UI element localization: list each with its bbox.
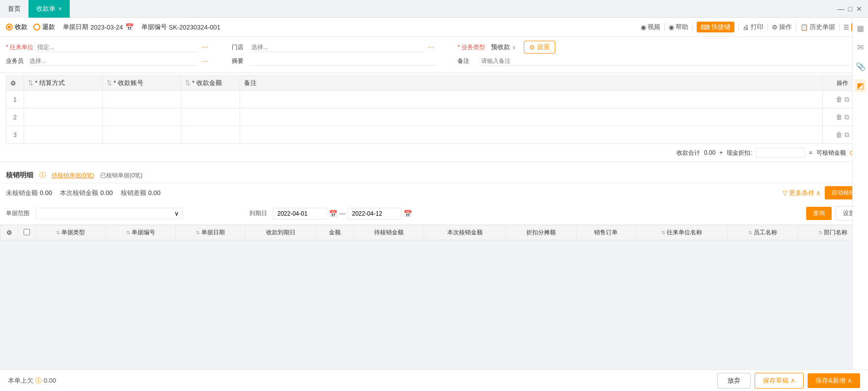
copy-icon-1[interactable]: ⧉ [844,95,849,104]
store-input[interactable] [249,43,424,52]
bottom-header-checkbox[interactable] [18,225,36,240]
sort-icon: ⇅ [56,230,60,235]
operation-button[interactable]: ⚙ 操作 [772,23,792,31]
counterpart-input[interactable] [35,43,198,52]
calendar-to-icon[interactable]: 📅 [404,210,412,218]
chevron-up-icon: ∧ [816,189,821,196]
row-num-2: 2 [6,109,24,126]
summary-input[interactable] [249,56,438,66]
calendar-from-icon[interactable]: 📅 [329,210,337,218]
store-field: 门店 ··· [232,43,438,52]
form-row-2: 业务员 ··· 摘要 备注 [6,56,862,66]
video-button[interactable]: ◉ 视频 [641,23,660,31]
bottom-header-amount: 金额 [316,225,354,240]
date-range: 📅 — 📅 [273,208,412,220]
table-header-settings[interactable]: ⚙ [6,76,24,91]
settlement-cell-3[interactable] [24,126,103,144]
radio-payment[interactable]: 收款 [6,23,27,31]
remark-cell-1[interactable] [240,91,823,109]
abandon-button[interactable]: 放弃 [717,373,751,389]
date-field: 单据日期 2023-03-24 📅 [63,23,134,31]
section-header: 核销明细 ⓘ 待核销单据(0笔) 已核销单据(0笔) [0,166,868,183]
form-row-1: * 往来单位 ··· 门店 ··· * 业务类型 预收款 ∨ ⚙ 设置 [6,41,862,54]
table-row: 2 🗑 ⧉ [6,109,862,126]
toolbar-right: ◉ 视频 ◉ 帮助 ⌨ 快捷键 🖨 打印 ⚙ 操作 [641,22,862,32]
divider [767,23,768,31]
bottom-header-type: ⇅ 单据类型 [36,225,106,240]
more-conditions-button[interactable]: ▽ 更多条件 ∧ [783,189,821,197]
copy-icon-3[interactable]: ⧉ [844,131,849,139]
sort-icon: ⇅ [107,79,112,86]
history-button[interactable]: 📋 历史单据 [800,23,835,31]
form-section: * 往来单位 ··· 门店 ··· * 业务类型 预收款 ∨ ⚙ 设置 [0,37,868,73]
current-verify-stat: 本次核销金额 0.00 [60,189,112,197]
diff-stat: 核销差额 0.00 [121,189,161,197]
divider [738,23,739,31]
range-select[interactable]: ∨ [35,208,183,219]
print-button[interactable]: 🖨 打印 [743,23,763,31]
save-draft-button[interactable]: 保存草稿 ∧ [755,373,804,389]
copy-icon-2[interactable]: ⧉ [844,113,849,121]
due-from-input[interactable] [273,208,327,220]
store-more-icon[interactable]: ··· [424,43,438,52]
main-content: 收款 退款 单据日期 2023-03-24 📅 单据编号 SK-20230324… [0,18,868,240]
print-icon: 🖨 [743,24,749,31]
help-button[interactable]: ◉ 帮助 [669,23,688,31]
tab-bar: 首页 收款单 × — □ ✕ [0,0,868,18]
save-new-arrow-icon: ∧ [847,377,852,384]
delete-icon-1[interactable]: 🗑 [836,95,842,104]
sidebar-table-icon[interactable]: ▦ [855,22,866,35]
layout-icon[interactable]: ☰ [843,24,849,31]
business-type-field: * 业务类型 预收款 ∨ ⚙ 设置 [458,41,862,54]
minimize-button[interactable]: — [838,5,844,13]
save-new-button[interactable]: 保存&新增 ∧ [808,373,860,388]
settlement-cell-1[interactable] [24,91,103,109]
delete-icon-3[interactable]: 🗑 [836,131,842,139]
amount-cell-3[interactable] [181,126,240,144]
info-icon[interactable]: ⓘ [39,171,46,180]
tab-home[interactable]: 首页 [0,0,28,18]
table-header-remark: 备注 [240,76,823,91]
bottom-header-settings[interactable]: ⚙ [0,225,18,240]
remark-cell-3[interactable] [240,126,823,144]
account-cell-3[interactable] [103,126,181,144]
sort-icon: ⇅ [28,79,33,86]
sidebar-email-icon[interactable]: ✉ [855,41,866,54]
maximize-button[interactable]: □ [848,5,852,13]
amount-cell-1[interactable] [181,91,240,109]
counterpart-more-icon[interactable]: ··· [198,43,212,52]
date-icon[interactable]: 📅 [125,23,134,31]
table-row: 1 🗑 ⧉ [6,91,862,109]
stats-row: 未核销金额 0.00 本次核销金额 0.00 核销差额 0.00 ▽ 更多条件 … [0,183,868,202]
amount-cell-2[interactable] [181,109,240,126]
settlement-cell-2[interactable] [24,109,103,126]
completed-tab[interactable]: 已核销单据(0笔) [100,171,143,180]
right-sidebar: ▦ ✉ 📎 ◩ [852,18,868,391]
footer: 本单上欠 ⓘ 0.00 放弃 保存草稿 ∧ 保存&新增 ∧ [0,369,868,391]
sidebar-attach-icon[interactable]: 📎 [854,60,868,73]
shortcut-button[interactable]: ⌨ 快捷键 [697,22,734,32]
remark-cell-2[interactable] [240,109,823,126]
sort-icon: ⇅ [126,230,130,235]
account-cell-1[interactable] [103,91,181,109]
staff-more-icon[interactable]: ··· [198,57,212,66]
query-button[interactable]: 查询 [806,207,832,220]
delete-icon-2[interactable]: 🗑 [836,113,842,121]
settings-button[interactable]: ⚙ 设置 [524,41,555,54]
due-to-input[interactable] [348,208,402,220]
tab-close-icon[interactable]: × [58,5,62,12]
staff-input[interactable] [27,56,198,66]
window-controls: — □ ✕ [838,5,868,13]
close-button[interactable]: ✕ [856,5,862,13]
remark-input[interactable] [479,56,862,66]
discount-input[interactable] [756,148,805,158]
select-all-checkbox[interactable] [24,229,30,235]
business-type-dropdown-icon[interactable]: ∨ [512,44,516,51]
info-icon[interactable]: ⓘ [35,376,42,385]
summary-field: 摘要 [232,56,438,66]
tab-current[interactable]: 收款单 × [28,0,70,18]
sidebar-highlight-icon[interactable]: ◩ [855,79,866,92]
pending-tab[interactable]: 待核销单据(0笔) [52,171,94,180]
account-cell-2[interactable] [103,109,181,126]
radio-refund[interactable]: 退款 [33,23,55,31]
